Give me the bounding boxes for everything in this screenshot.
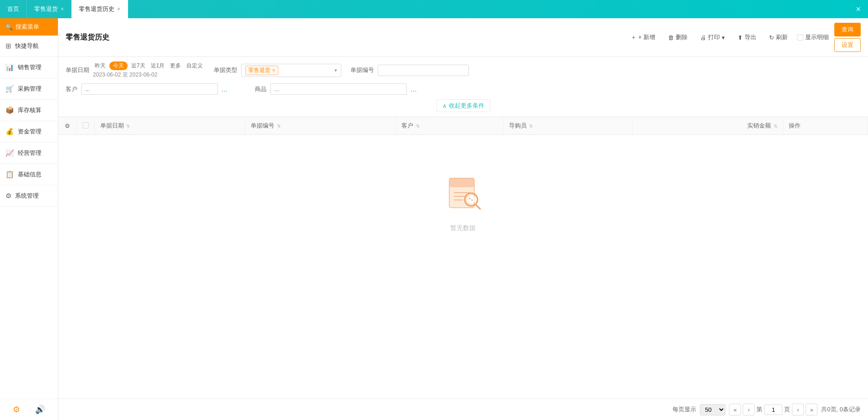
tab-retail-return[interactable]: 零售退货 × (27, 0, 72, 18)
next-page-button[interactable]: › (792, 404, 804, 415)
page-number-input[interactable]: 1 (764, 405, 782, 415)
svg-point-6 (467, 195, 475, 204)
date-btn-1month[interactable]: 近1月 (149, 61, 167, 70)
date-btn-7days[interactable]: 近7天 (129, 61, 147, 70)
sidebar-item-sys-mgmt[interactable]: ⚙ 系统管理 (0, 185, 58, 207)
svg-point-8 (469, 198, 471, 200)
col-guide[interactable]: 导购员 ⇅ (503, 117, 632, 135)
list-icon: 📋 (5, 170, 14, 179)
sidebar-item-finance[interactable]: 💰 资金管理 (0, 121, 58, 143)
settings-bottom-icon[interactable]: ⚙ (13, 405, 20, 415)
prev-page-button[interactable]: ‹ (743, 404, 755, 415)
delete-label: 删除 (676, 33, 688, 41)
doc-type-select[interactable]: 零售退货 × ▾ (241, 64, 341, 77)
date-btn-more[interactable]: 更多 (168, 61, 183, 70)
print-dropdown-icon: ▾ (722, 34, 725, 41)
add-button[interactable]: ＋ + 新增 (627, 31, 659, 43)
page-size-select[interactable]: 20 50 100 (700, 404, 725, 415)
display-detail-label: 显示明细 (805, 33, 829, 41)
print-icon: 🖨 (700, 34, 706, 41)
sidebar-item-sales-mgmt-label: 销售管理 (18, 63, 41, 72)
settings-button[interactable]: 设置 (834, 38, 861, 52)
sidebar-item-operations[interactable]: 📈 经营管理 (0, 143, 58, 164)
tab-list: 首页 零售退货 × 零售退货历史 × (0, 0, 848, 18)
window-close-button[interactable]: × (848, 5, 868, 14)
filter-area: 单据日期 昨天 今天 近7天 近1月 更多 自定义 2023-06-02 至 2… (58, 57, 868, 117)
first-page-button[interactable]: « (729, 404, 741, 415)
select-all-checkbox[interactable] (82, 122, 89, 128)
sidebar-item-basic-info[interactable]: 📋 基础信息 (0, 164, 58, 185)
gear-icon: ⚙ (5, 192, 11, 200)
data-table: ⚙ 单据日期 ⇅ 单据编号 ⇅ (58, 117, 868, 269)
date-range-display: 2023-06-02 至 2023-06-02 (93, 71, 205, 79)
sidebar-item-quick-nav[interactable]: ⊞ 快捷导航 (0, 36, 58, 57)
col-doc-no[interactable]: 单据编号 ⇅ (245, 117, 396, 135)
sort-amount-icon: ⇅ (774, 123, 777, 128)
doc-no-filter-item: 单据编号 (350, 65, 469, 76)
table-body: 暂无数据 (58, 135, 868, 269)
content-area: 零售退货历史 ＋ + 新增 🗑 删除 🖨 打印 ▾ ⬆ 导出 (58, 18, 868, 420)
doc-no-input[interactable] (378, 65, 469, 76)
col-settings[interactable]: ⚙ (58, 117, 77, 135)
customer-label: 客户 (66, 85, 77, 93)
query-button[interactable]: 查询 (834, 23, 861, 36)
doc-type-tag: 零售退货 × (245, 66, 278, 75)
date-btn-group: 昨天 今天 近7天 近1月 更多 自定义 (93, 61, 205, 70)
empty-state-text: 暂无数据 (450, 224, 476, 232)
delete-button[interactable]: 🗑 删除 (664, 31, 691, 43)
audio-icon[interactable]: 🔊 (35, 405, 45, 415)
refresh-button[interactable]: ↻ 刷新 (765, 31, 791, 43)
date-buttons: 昨天 今天 近7天 近1月 更多 自定义 2023-06-02 至 2023-0… (93, 61, 205, 79)
col-customer[interactable]: 客户 ⇅ (395, 117, 503, 135)
goods-input[interactable] (270, 83, 407, 95)
tab-retail-return-history[interactable]: 零售退货历史 × (72, 0, 128, 18)
tab-retail-return-history-close[interactable]: × (117, 6, 120, 12)
export-label: 导出 (745, 33, 756, 41)
last-page-button[interactable]: » (806, 404, 817, 415)
export-button[interactable]: ⬆ 导出 (734, 31, 760, 43)
col-doc-date[interactable]: 单据日期 ⇅ (94, 117, 245, 135)
sidebar-search[interactable]: 🔍 搜索菜单 (0, 18, 58, 36)
sidebar-bottom: ⚙ 🔊 (0, 399, 58, 420)
tab-retail-return-close[interactable]: × (61, 6, 64, 12)
sidebar-item-operations-label: 经营管理 (18, 149, 41, 157)
goods-dots-btn[interactable]: ... (411, 85, 416, 93)
customer-dots-btn[interactable]: ... (221, 85, 227, 93)
tab-home[interactable]: 首页 (0, 0, 27, 18)
customer-filter-item: 客户 ... (66, 83, 227, 95)
customer-input[interactable] (81, 83, 218, 95)
page-label-post: 页 (784, 405, 790, 414)
sidebar-item-inventory-label: 库存核算 (18, 106, 41, 114)
date-btn-custom[interactable]: 自定义 (185, 61, 205, 70)
col-customer-label: 客户 (401, 122, 413, 129)
empty-state-row: 暂无数据 (58, 135, 868, 269)
svg-point-9 (472, 200, 473, 201)
display-detail-toggle[interactable]: 显示明细 (797, 33, 829, 41)
col-checkbox (77, 117, 94, 135)
sidebar-item-sales-mgmt[interactable]: 📊 销售管理 (0, 57, 58, 78)
refresh-icon: ↻ (769, 34, 774, 41)
doc-type-tag-remove[interactable]: × (272, 67, 275, 73)
trending-icon: 📈 (5, 149, 14, 157)
page-header: 零售退货历史 ＋ + 新增 🗑 删除 🖨 打印 ▾ ⬆ 导出 (58, 18, 868, 57)
doc-type-tag-value: 零售退货 (248, 67, 270, 74)
add-label: + 新增 (638, 33, 655, 41)
pagination-bar: 每页显示 20 50 100 « ‹ 第 1 页 › » 共0页, 0条记录 (58, 399, 868, 420)
main-layout: 🔍 搜索菜单 ⊞ 快捷导航 📊 销售管理 🛒 采购管理 📦 库存核算 💰 资金管… (0, 18, 868, 420)
date-btn-yesterday[interactable]: 昨天 (93, 61, 108, 70)
money-icon: 💰 (5, 128, 14, 136)
empty-state: 暂无数据 (58, 135, 868, 269)
tab-retail-return-label: 零售退货 (34, 5, 58, 13)
sidebar-item-inventory[interactable]: 📦 库存核算 (0, 100, 58, 121)
date-btn-today[interactable]: 今天 (109, 61, 128, 70)
doc-type-label: 单据类型 (214, 66, 237, 74)
doc-type-filter-item: 单据类型 零售退货 × ▾ (214, 64, 341, 77)
table-settings-icon[interactable]: ⚙ (65, 123, 70, 129)
sidebar-item-purchase-mgmt[interactable]: 🛒 采购管理 (0, 78, 58, 100)
checkbox-display-detail[interactable] (797, 34, 803, 41)
print-button[interactable]: 🖨 打印 ▾ (697, 31, 729, 43)
page-title: 零售退货历史 (66, 33, 109, 42)
collapse-filter-button[interactable]: ∧ 收起更多条件 (437, 99, 490, 112)
empty-state-illustration (440, 171, 486, 217)
col-amount[interactable]: 实销金额 ⇅ (632, 117, 783, 135)
